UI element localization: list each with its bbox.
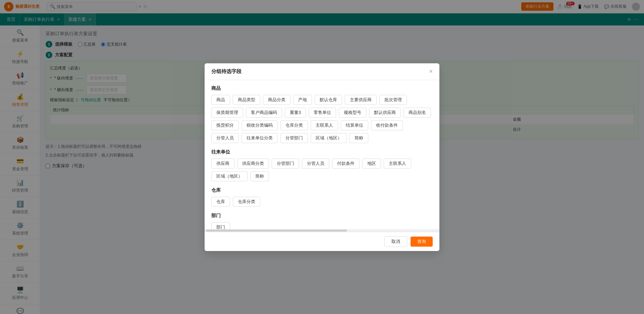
partner-group-title: 往来单位 bbox=[211, 149, 433, 155]
modal-title: 分组待选字段 bbox=[211, 68, 241, 75]
goods-field-tags: 商品 商品类型 商品分类 产地 默认仓库 主要供应商 批次管理 保质期管理 客户… bbox=[211, 95, 433, 143]
field-tag-partner-分管人员[interactable]: 分管人员 bbox=[302, 159, 329, 169]
field-tag-goods-主联系人[interactable]: 主联系人 bbox=[311, 120, 338, 130]
field-tag-goods-商品类型[interactable]: 商品类型 bbox=[233, 95, 260, 105]
field-group-partner: 往来单位 供应商 供应商分类 分管部门 分管人员 付款条件 地区 主联系人 区域… bbox=[211, 149, 433, 181]
modal-footer: 取消 查询 bbox=[205, 232, 439, 251]
field-tag-partner-区域地区[interactable]: 区域（地区） bbox=[211, 171, 248, 181]
field-tag-goods-简称[interactable]: 简称 bbox=[350, 133, 368, 143]
field-tag-goods-商品别名[interactable]: 商品别名 bbox=[404, 108, 431, 118]
field-tag-partner-供应商分类[interactable]: 供应商分类 bbox=[237, 159, 269, 169]
field-tag-goods-往来单位分类[interactable]: 往来单位分类 bbox=[241, 133, 278, 143]
field-group-department: 部门 部门 bbox=[211, 213, 433, 229]
field-tag-goods-零售单位[interactable]: 零售单位 bbox=[309, 108, 336, 118]
field-tag-warehouse-仓库分类[interactable]: 仓库分类 bbox=[233, 197, 260, 207]
field-tag-department-部门[interactable]: 部门 bbox=[211, 222, 230, 229]
modal-horizontal-scrollbar[interactable] bbox=[205, 229, 439, 232]
modal-cancel-button[interactable]: 取消 bbox=[384, 236, 407, 247]
field-tag-goods-收付款条件[interactable]: 收付款条件 bbox=[371, 120, 403, 130]
modal-dialog: 分组待选字段 × 商品 商品 商品类型 商品分类 产地 默认仓库 主要供应商 批… bbox=[205, 63, 439, 251]
field-tag-goods-税收分类编码[interactable]: 税收分类编码 bbox=[241, 120, 278, 130]
field-tag-goods-分管人员[interactable]: 分管人员 bbox=[211, 133, 239, 143]
field-tag-goods-规格型号[interactable]: 规格型号 bbox=[339, 108, 366, 118]
field-tag-partner-地区[interactable]: 地区 bbox=[362, 159, 381, 169]
field-group-goods: 商品 商品 商品类型 商品分类 产地 默认仓库 主要供应商 批次管理 保质期管理… bbox=[211, 85, 433, 143]
department-field-tags: 部门 bbox=[211, 222, 433, 229]
field-tag-goods-结算单位[interactable]: 结算单位 bbox=[341, 120, 368, 130]
modal-close-button[interactable]: × bbox=[429, 68, 433, 75]
field-tag-goods-批次管理[interactable]: 批次管理 bbox=[379, 95, 407, 105]
field-tag-goods-产地[interactable]: 产地 bbox=[293, 95, 312, 105]
field-tag-goods-客户商品编码[interactable]: 客户商品编码 bbox=[246, 108, 282, 118]
field-tag-goods-主要供应商[interactable]: 主要供应商 bbox=[345, 95, 377, 105]
modal-header: 分组待选字段 × bbox=[205, 63, 439, 80]
goods-group-title: 商品 bbox=[211, 85, 433, 91]
field-tag-partner-主联系人[interactable]: 主联系人 bbox=[384, 159, 411, 169]
field-tag-goods-默认仓库[interactable]: 默认仓库 bbox=[315, 95, 342, 105]
field-tag-goods-保质期管理[interactable]: 保质期管理 bbox=[211, 108, 243, 118]
warehouse-field-tags: 仓库 仓库分类 bbox=[211, 197, 433, 207]
warehouse-group-title: 仓库 bbox=[211, 187, 433, 193]
department-group-title: 部门 bbox=[211, 213, 433, 219]
modal-overlay[interactable]: 分组待选字段 × 商品 商品 商品类型 商品分类 产地 默认仓库 主要供应商 批… bbox=[0, 0, 644, 314]
partner-field-tags: 供应商 供应商分类 分管部门 分管人员 付款条件 地区 主联系人 区域（地区） … bbox=[211, 159, 433, 181]
field-tag-partner-分管部门[interactable]: 分管部门 bbox=[272, 159, 299, 169]
field-tag-partner-简称[interactable]: 简称 bbox=[250, 171, 269, 181]
field-tag-goods-重量3[interactable]: 重量3 bbox=[285, 108, 306, 118]
field-tag-goods-商品[interactable]: 商品 bbox=[211, 95, 230, 105]
field-group-warehouse: 仓库 仓库 仓库分类 bbox=[211, 187, 433, 207]
modal-confirm-button[interactable]: 查询 bbox=[411, 237, 433, 247]
field-tag-goods-分管部门[interactable]: 分管部门 bbox=[280, 133, 308, 143]
field-tag-goods-仓库分类[interactable]: 仓库分类 bbox=[280, 120, 308, 130]
field-tag-goods-区域地区[interactable]: 区域（地区） bbox=[311, 133, 347, 143]
field-tag-warehouse-仓库[interactable]: 仓库 bbox=[211, 197, 230, 207]
modal-hscroll-thumb bbox=[206, 230, 347, 232]
modal-body: 商品 商品 商品类型 商品分类 产地 默认仓库 主要供应商 批次管理 保质期管理… bbox=[205, 80, 439, 229]
field-tag-goods-默认供应商[interactable]: 默认供应商 bbox=[369, 108, 401, 118]
field-tag-goods-拣货积分[interactable]: 拣货积分 bbox=[211, 120, 239, 130]
field-tag-partner-供应商[interactable]: 供应商 bbox=[211, 159, 234, 169]
field-tag-partner-付款条件[interactable]: 付款条件 bbox=[332, 159, 360, 169]
field-tag-goods-商品分类[interactable]: 商品分类 bbox=[263, 95, 290, 105]
